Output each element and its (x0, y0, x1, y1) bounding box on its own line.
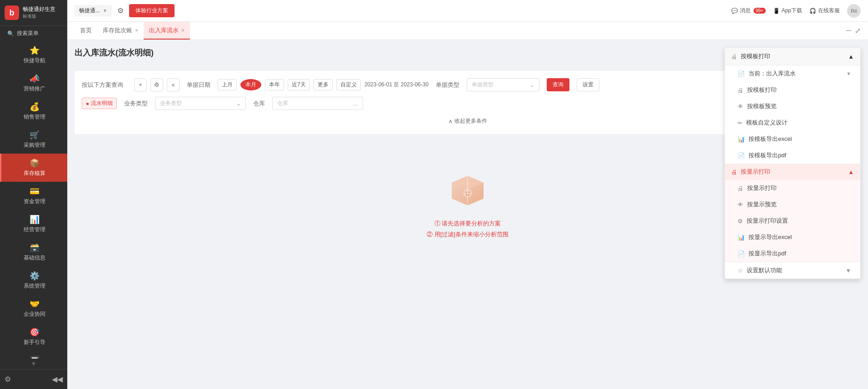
display-preview-item[interactable]: 👁 按显示预览 (725, 196, 860, 213)
user-selector[interactable]: 畅捷通... ▼ (75, 5, 112, 16)
message-badge: 99+ (753, 8, 766, 14)
sales-icon: 💰 (30, 102, 40, 112)
avatar[interactable]: Rit (847, 4, 861, 18)
settings-button[interactable]: 设置 (577, 78, 599, 91)
current-template-arrow: ▼ (846, 71, 851, 76)
settings-filter-button[interactable]: ⚙ (150, 79, 163, 91)
template-preview-icon: 👁 (738, 103, 743, 110)
template-print-item[interactable]: 🖨 按模板打印 (725, 82, 860, 98)
display-pdf-item[interactable]: 📄 按显示导出pdf (725, 245, 860, 262)
sidebar-item-marketing[interactable]: 📣 营销推广 (0, 69, 67, 97)
biz-type-select[interactable]: 业务类型 ⌄ (155, 97, 246, 110)
sidebar-item-guide[interactable]: 🎯 新手引导 (0, 323, 67, 351)
app-name: 畅捷通好生意 (23, 6, 55, 13)
display-section-collapse-icon: ▲ (848, 169, 854, 175)
app-download-action[interactable]: 📱 App下载 (773, 7, 802, 15)
tab-flow-close[interactable]: × (181, 27, 185, 34)
template-print-label: 按模板打印 (747, 86, 777, 94)
display-print-section-header[interactable]: 🖨 按显示打印 ▲ (725, 164, 860, 180)
tag-icon: ● (86, 100, 89, 107)
template-preview-label: 按模板预览 (747, 102, 777, 110)
template-excel-label: 按模板导出excel (748, 135, 792, 143)
window-buttons: ─ ⤢ (846, 26, 861, 35)
collab-icon: 🤝 (30, 299, 40, 309)
svg-point-5 (466, 192, 467, 193)
sidebar-item-sales[interactable]: 💰 销售管理 (0, 97, 67, 125)
warehouse-select[interactable]: 仓库 … (272, 97, 363, 110)
date-btn-this-month[interactable]: 本月 (240, 79, 261, 90)
sidebar-item-apps[interactable]: 🔲 应用中心 (0, 351, 67, 359)
default-func-item[interactable]: ☆ 设置默认功能 ▼ (725, 262, 860, 279)
display-excel-label: 按显示导出excel (748, 233, 792, 241)
template-pdf-icon: 📄 (738, 152, 745, 159)
current-template-item[interactable]: 📄 当前：出入库流水 ▼ (725, 65, 860, 82)
voucher-type-placeholder: 单据类型 (472, 81, 494, 89)
message-icon: 💬 (731, 8, 738, 14)
operation-label: 经营管理 (24, 226, 45, 234)
collapse-icon[interactable]: ◀◀ (52, 375, 63, 384)
search-menu-item[interactable]: 🔍 搜索菜单 (0, 26, 67, 41)
step1-icon: ① (434, 220, 442, 227)
marketing-icon: 📣 (30, 74, 40, 84)
display-print-item[interactable]: 🖨 按显示打印 (725, 180, 860, 196)
date-btn-more[interactable]: 更多 (314, 79, 333, 90)
voucher-type-select[interactable]: 单据类型 ⌄ (467, 78, 539, 91)
sidebar-item-base[interactable]: 🗃️ 基础信息 (0, 238, 67, 266)
template-print-section-header[interactable]: 🖨 按模板打印 ▲ (725, 48, 860, 65)
sidebar-item-quicknav[interactable]: ⭐ 快捷导航 (0, 41, 67, 69)
template-excel-item[interactable]: 📊 按模板导出excel (725, 131, 860, 147)
collab-label: 企业协同 (24, 310, 45, 318)
date-filter-label: 单据日期 (187, 81, 210, 89)
date-btn-custom[interactable]: 自定义 (336, 79, 361, 90)
date-btn-this-year[interactable]: 本年 (265, 79, 284, 90)
query-button[interactable]: 查询 (547, 78, 569, 91)
app-version: 标准版 (23, 13, 55, 20)
tab-inventory-batch[interactable]: 库存批次账 × (97, 22, 144, 40)
minimize-window-icon[interactable]: ─ (846, 26, 851, 35)
content-area: 出入库流水(流水明细) 🖨 按模板打印 ▲ ⬆ 导出 ↻ 刷新 (67, 40, 868, 389)
template-print-section-label: 按模板打印 (741, 52, 770, 60)
topbar-right: 💬 消息 99+ 📱 App下载 🎧 在线客服 Rit (731, 4, 861, 18)
collapse-conditions-button[interactable]: ∧ 收起更多条件 (445, 115, 491, 127)
date-btn-last-month[interactable]: 上月 (218, 79, 237, 90)
template-preview-item[interactable]: 👁 按模板预览 (725, 98, 860, 115)
display-print-icon: 🖨 (738, 185, 743, 192)
search-menu-label: 搜索菜单 (17, 30, 39, 37)
online-service-action[interactable]: 🎧 在线客服 (809, 7, 840, 15)
tab-inventory-batch-close[interactable]: × (135, 27, 138, 34)
add-filter-button[interactable]: + (134, 79, 147, 91)
svg-point-4 (463, 189, 472, 198)
empty-tip-1: ① 请先选择要分析的方案 (434, 219, 501, 228)
date-btn-7days[interactable]: 近7天 (288, 79, 310, 90)
sidebar-item-inventory[interactable]: 📦 库存核算 (0, 154, 67, 182)
sidebar-item-collab[interactable]: 🤝 企业协同 (0, 294, 67, 323)
template-pdf-item[interactable]: 📄 按模板导出pdf (725, 147, 860, 164)
message-action[interactable]: 💬 消息 99+ (731, 7, 766, 15)
inventory-icon: 📦 (30, 158, 40, 168)
tab-flow[interactable]: 出入库流水 × (144, 22, 190, 40)
sidebar-item-system[interactable]: ⚙️ 系统管理 (0, 266, 67, 294)
warehouse-label: 仓库 (253, 100, 265, 108)
trial-industry-button[interactable]: 体验行业方案 (129, 4, 175, 17)
system-label: 系统管理 (24, 282, 45, 290)
inventory-label: 库存核算 (24, 170, 45, 177)
empty-tip-2: ② 用[过滤]条件来缩小分析范围 (427, 230, 509, 239)
topbar-settings-icon[interactable]: ⚙ (117, 6, 124, 15)
template-pdf-label: 按模板导出pdf (748, 151, 786, 160)
display-settings-item[interactable]: ⚙ 按显示打印设置 (725, 213, 860, 229)
sidebar-item-operation[interactable]: 📊 经营管理 (0, 210, 67, 238)
sidebar-item-finance[interactable]: 💳 资金管理 (0, 182, 67, 210)
collapse-filter-button[interactable]: « (167, 79, 180, 91)
tab-home[interactable]: 首页 (75, 22, 97, 40)
flow-detail-tag[interactable]: ● 流水明细 (82, 98, 117, 109)
main-area: 畅捷通... ▼ ⚙ 体验行业方案 💬 消息 99+ 📱 App下载 🎧 在线客… (67, 0, 868, 389)
settings-icon[interactable]: ⚙ (5, 375, 11, 384)
sidebar-scroll-down[interactable]: ▼ (0, 359, 67, 369)
sidebar-item-purchase[interactable]: 🛒 采购管理 (0, 125, 67, 154)
display-excel-item[interactable]: 📊 按显示导出excel (725, 229, 860, 245)
tab-inventory-batch-label: 库存批次账 (103, 26, 132, 35)
maximize-window-icon[interactable]: ⤢ (855, 26, 861, 35)
date-filter: 上月 本月 本年 近7天 更多 自定义 2023-06-01 至 2023-06… (218, 79, 429, 90)
empty-tip-1-text: 请先选择要分析的方案 (442, 220, 501, 227)
template-custom-item[interactable]: ✏ 模板自定义设计 (725, 115, 860, 131)
